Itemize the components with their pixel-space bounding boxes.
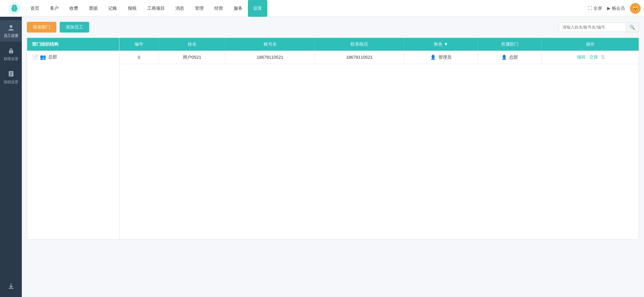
avatar[interactable]: 🐱 bbox=[630, 3, 641, 14]
member-label: 畅会员 bbox=[612, 5, 625, 11]
nav-billing[interactable]: 收费 bbox=[64, 0, 84, 17]
nav-accounting[interactable]: 记账 bbox=[103, 0, 122, 17]
nav-business[interactable]: 工商项目 bbox=[142, 0, 170, 17]
download-icon bbox=[7, 282, 15, 290]
nav-service[interactable]: 服务 bbox=[228, 0, 248, 17]
cell-dept: 👤 总部 bbox=[478, 51, 541, 64]
nav-home[interactable]: 首页 bbox=[25, 0, 45, 17]
nav-customer[interactable]: 客户 bbox=[45, 0, 64, 17]
toolbar-left: 添加部门 添加员工 bbox=[27, 22, 89, 33]
sidebar-item-employee-label: 员工设置 bbox=[4, 33, 18, 38]
cell-role: 👤 管理员 bbox=[404, 51, 478, 64]
cell-name: 用户0521 bbox=[159, 51, 225, 64]
add-dept-button[interactable]: 添加部门 bbox=[27, 22, 56, 33]
search-button[interactable]: 🔍 bbox=[626, 22, 639, 32]
tree-item-root[interactable]: 📄 👥 总部 bbox=[27, 51, 119, 63]
table-row: 0 用户0521 18679110521 18679110521 👤 管理员 👤… bbox=[119, 51, 639, 64]
edit-link[interactable]: 编辑 bbox=[577, 54, 586, 59]
panels: 部门组织结构 📄 👥 总部 编号 姓名 账号名 联系电话 bbox=[27, 38, 639, 240]
col-dept: 所属部门 bbox=[478, 38, 541, 51]
tree-header: 部门组织结构 bbox=[27, 38, 119, 51]
nav-tax[interactable]: 报税 bbox=[122, 0, 142, 17]
employee-icon bbox=[7, 23, 15, 32]
col-role: 角色 ▼ bbox=[404, 38, 478, 51]
search-icon: 🔍 bbox=[630, 25, 635, 30]
avatar-emoji: 🐱 bbox=[633, 6, 638, 11]
permission-icon bbox=[7, 47, 15, 55]
user-group-icon: 👥 bbox=[40, 54, 46, 60]
main-layout: 员工设置 权限设置 报税设置 bbox=[0, 17, 644, 297]
member-btn[interactable]: ▶ 畅会员 bbox=[607, 5, 625, 11]
nav-message[interactable]: 消息 bbox=[170, 0, 190, 17]
employee-table: 编号 姓名 账号名 联系电话 角色 ▼ 所属部门 操作 bbox=[119, 38, 639, 64]
taxsettings-icon bbox=[7, 70, 15, 78]
col-id: 编号 bbox=[119, 38, 159, 51]
toolbar-right: 🔍 bbox=[559, 22, 639, 32]
member-icon: ▶ bbox=[607, 6, 610, 11]
toolbar-row: 添加部门 添加员工 🔍 bbox=[27, 22, 639, 33]
cell-phone: 18679110521 bbox=[315, 51, 404, 64]
nav-settings[interactable]: 设置 bbox=[248, 0, 267, 17]
dept-icon: 👤 bbox=[501, 55, 507, 60]
search-input[interactable] bbox=[559, 22, 626, 32]
role-icon: 👤 bbox=[430, 55, 436, 60]
nav-right: ⛶ 全屏 ▶ 畅会员 🐱 bbox=[588, 3, 641, 14]
sidebar-item-taxsettings[interactable]: 报税设置 bbox=[0, 66, 22, 88]
nav-items: 首页 客户 收费 票据 记账 报税 工商项目 消息 管理 经营 服务 设置 bbox=[25, 0, 588, 17]
fullscreen-label: 全屏 bbox=[593, 5, 602, 11]
tree-item-root-label: 总部 bbox=[48, 54, 57, 60]
col-account: 账号名 bbox=[225, 38, 315, 51]
tree-panel: 部门组织结构 📄 👥 总部 bbox=[27, 38, 119, 239]
logo bbox=[3, 2, 25, 15]
col-action: 操作 bbox=[542, 38, 639, 51]
nav-manage[interactable]: 管理 bbox=[190, 0, 209, 17]
transfer-link[interactable]: 交接 bbox=[589, 54, 598, 59]
file-icon: 📄 bbox=[32, 54, 38, 60]
nav-invoice[interactable]: 票据 bbox=[84, 0, 103, 17]
fullscreen-btn[interactable]: ⛶ 全屏 bbox=[588, 5, 602, 11]
top-navigation: 首页 客户 收费 票据 记账 报税 工商项目 消息 管理 经营 服务 设置 ⛶ … bbox=[0, 0, 644, 17]
scroll-arrows[interactable]: ⇅ bbox=[601, 54, 605, 60]
table-panel: 编号 姓名 账号名 联系电话 角色 ▼ 所属部门 操作 bbox=[119, 38, 639, 239]
fullscreen-icon: ⛶ bbox=[588, 6, 592, 11]
cell-id: 0 bbox=[119, 51, 159, 64]
sidebar-download-btn[interactable] bbox=[0, 279, 22, 294]
cell-account: 18679110521 bbox=[225, 51, 315, 64]
cell-dept-text: 总部 bbox=[509, 55, 518, 60]
col-phone: 联系电话 bbox=[315, 38, 404, 51]
sort-icon: ▼ bbox=[444, 42, 448, 47]
svg-point-3 bbox=[10, 52, 11, 53]
cell-actions: 编辑 交接 ⇅ bbox=[542, 51, 639, 64]
nav-operation[interactable]: 经营 bbox=[209, 0, 228, 17]
col-name: 姓名 bbox=[159, 38, 225, 51]
sidebar: 员工设置 权限设置 报税设置 bbox=[0, 17, 22, 297]
sidebar-item-permission[interactable]: 权限设置 bbox=[0, 43, 22, 65]
content-area: 添加部门 添加员工 🔍 部门组织结构 📄 👥 总部 bbox=[22, 17, 644, 297]
sidebar-item-taxsettings-label: 报税设置 bbox=[4, 80, 18, 85]
cell-role-text: 管理员 bbox=[438, 55, 451, 60]
sidebar-item-permission-label: 权限设置 bbox=[4, 56, 18, 61]
svg-point-1 bbox=[10, 25, 12, 28]
sidebar-item-employee[interactable]: 员工设置 bbox=[0, 20, 22, 42]
add-staff-button[interactable]: 添加员工 bbox=[60, 22, 89, 33]
